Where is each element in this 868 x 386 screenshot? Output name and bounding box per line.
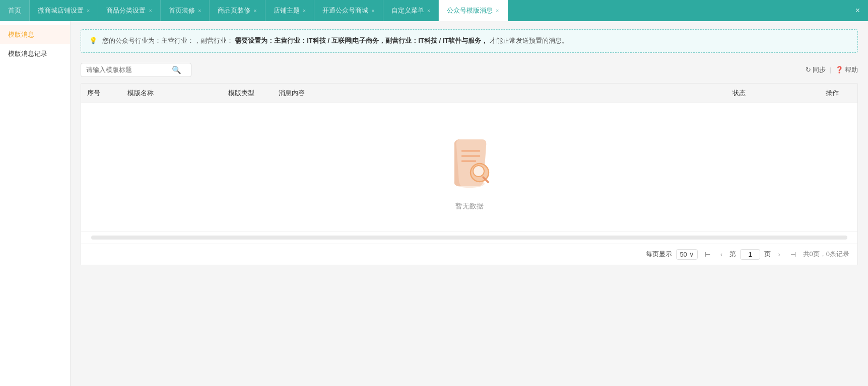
tab-custom-menu-close[interactable]: × bbox=[427, 8, 430, 14]
notice-box: 💡 您的公众号行业为：主营行业：，副营行业： 需要设置为：主营行业：IT科技 /… bbox=[81, 29, 858, 53]
sidebar-item-template-message-record-label: 模版消息记录 bbox=[8, 50, 47, 57]
sidebar: 模版消息 模版消息记录 bbox=[0, 21, 71, 386]
tab-shop-theme[interactable]: 店铺主题 × bbox=[265, 0, 314, 21]
page-first-btn[interactable]: ⊢ bbox=[702, 250, 713, 259]
tab-open-wechat-shop-label: 开通公众号商城 bbox=[322, 6, 368, 15]
tab-home-decoration-close[interactable]: × bbox=[198, 8, 201, 14]
tab-open-wechat-shop[interactable]: 开通公众号商城 × bbox=[314, 0, 383, 21]
tab-open-wechat-shop-close[interactable]: × bbox=[371, 8, 374, 14]
data-table: 序号 模版名称 模版类型 消息内容 状态 操作 bbox=[81, 83, 858, 265]
actions-divider: | bbox=[830, 66, 831, 73]
table-header: 序号 模版名称 模版类型 消息内容 状态 操作 bbox=[81, 84, 857, 103]
bulb-icon: 💡 bbox=[89, 36, 97, 46]
tab-shop-theme-label: 店铺主题 bbox=[274, 6, 300, 15]
main-layout: 模版消息 模版消息记录 💡 您的公众号行业为：主营行业：，副营行业： 需要设置为… bbox=[0, 21, 868, 386]
search-actions: ↻ 同步 | ❓ 帮助 bbox=[806, 65, 858, 74]
page-size-select[interactable]: 50 ∨ bbox=[676, 249, 697, 260]
sidebar-item-template-message[interactable]: 模版消息 bbox=[0, 25, 70, 44]
page-size-value: 50 bbox=[680, 251, 687, 258]
th-type: 模版类型 bbox=[222, 84, 273, 103]
tab-product-category-label: 商品分类设置 bbox=[106, 6, 146, 15]
page-size-label: 每页显示 bbox=[646, 250, 672, 259]
page-next-btn[interactable]: › bbox=[775, 250, 783, 259]
th-content: 消息内容 bbox=[273, 84, 726, 103]
th-name: 模版名称 bbox=[121, 84, 222, 103]
tab-product-decoration-label: 商品页装修 bbox=[218, 6, 250, 15]
tab-product-decoration[interactable]: 商品页装修 × bbox=[210, 0, 265, 21]
th-ops: 操作 bbox=[807, 84, 857, 103]
tab-bar: 首页 微商城店铺设置 × 商品分类设置 × 首页装修 × 商品页装修 × 店铺主… bbox=[0, 0, 868, 21]
sidebar-item-template-message-record[interactable]: 模版消息记录 bbox=[0, 44, 70, 63]
empty-icon bbox=[439, 133, 500, 194]
help-label: 帮助 bbox=[845, 65, 858, 74]
th-seq: 序号 bbox=[81, 84, 121, 103]
notice-text3: 才能正常发送预置的消息。 bbox=[490, 37, 568, 44]
horizontal-scrollbar[interactable] bbox=[91, 236, 847, 240]
svg-point-5 bbox=[473, 166, 484, 177]
sync-icon: ↻ bbox=[806, 66, 811, 73]
scroll-track-wrap bbox=[81, 231, 857, 244]
empty-state: 暂无数据 bbox=[81, 103, 857, 231]
help-icon: ❓ bbox=[835, 66, 843, 73]
pagination: 每页显示 50 ∨ ⊢ ‹ 第 页 › ⊣ 共0页，0条记录 bbox=[81, 244, 857, 265]
page-label: 页 bbox=[764, 250, 771, 259]
tab-template-message-label: 公众号模版消息 bbox=[447, 6, 493, 15]
tab-custom-menu[interactable]: 自定义菜单 × bbox=[383, 0, 439, 21]
search-input[interactable] bbox=[86, 66, 172, 73]
notice-text2: 需要设置为：主营行业：IT科技 / 互联网|电子商务，副营行业：IT科技 / I… bbox=[235, 37, 488, 44]
tab-template-message[interactable]: 公众号模版消息 × bbox=[439, 0, 507, 21]
empty-text: 暂无数据 bbox=[455, 202, 484, 211]
tab-product-category[interactable]: 商品分类设置 × bbox=[98, 0, 160, 21]
tab-product-category-close[interactable]: × bbox=[149, 8, 152, 14]
sync-label: 同步 bbox=[813, 65, 826, 74]
sidebar-item-template-message-label: 模版消息 bbox=[8, 31, 34, 38]
tab-home[interactable]: 首页 bbox=[0, 0, 30, 21]
page-number-input[interactable] bbox=[740, 249, 760, 260]
tab-bar-close-all[interactable]: × bbox=[847, 6, 868, 15]
th-status: 状态 bbox=[726, 84, 807, 103]
tab-template-message-close[interactable]: × bbox=[496, 8, 499, 14]
search-input-wrap[interactable]: 🔍 bbox=[81, 63, 191, 77]
help-button[interactable]: ❓ 帮助 bbox=[835, 65, 858, 74]
search-icon[interactable]: 🔍 bbox=[172, 65, 181, 74]
sync-button[interactable]: ↻ 同步 bbox=[806, 65, 826, 74]
tab-shop-theme-close[interactable]: × bbox=[303, 8, 306, 14]
tab-home-decoration[interactable]: 首页装修 × bbox=[161, 0, 210, 21]
tab-shop-settings-close[interactable]: × bbox=[87, 8, 90, 14]
tab-home-label: 首页 bbox=[8, 6, 21, 15]
tab-home-decoration-label: 首页装修 bbox=[169, 6, 195, 15]
page-word-label: 第 bbox=[729, 250, 736, 259]
content-area: 💡 您的公众号行业为：主营行业：，副营行业： 需要设置为：主营行业：IT科技 /… bbox=[71, 21, 868, 386]
page-last-btn[interactable]: ⊣ bbox=[787, 250, 799, 259]
search-bar: 🔍 ↻ 同步 | ❓ 帮助 bbox=[81, 63, 858, 77]
tab-custom-menu-label: 自定义菜单 bbox=[391, 6, 424, 15]
page-prev-btn[interactable]: ‹ bbox=[717, 250, 725, 259]
tab-product-decoration-close[interactable]: × bbox=[253, 8, 256, 14]
tab-shop-settings[interactable]: 微商城店铺设置 × bbox=[30, 0, 98, 21]
tab-shop-settings-label: 微商城店铺设置 bbox=[38, 6, 84, 15]
page-size-dropdown-icon: ∨ bbox=[689, 251, 694, 258]
page-total-info: 共0页，0条记录 bbox=[803, 250, 849, 259]
notice-text1: 您的公众号行业为：主营行业：，副营行业： bbox=[102, 37, 233, 44]
